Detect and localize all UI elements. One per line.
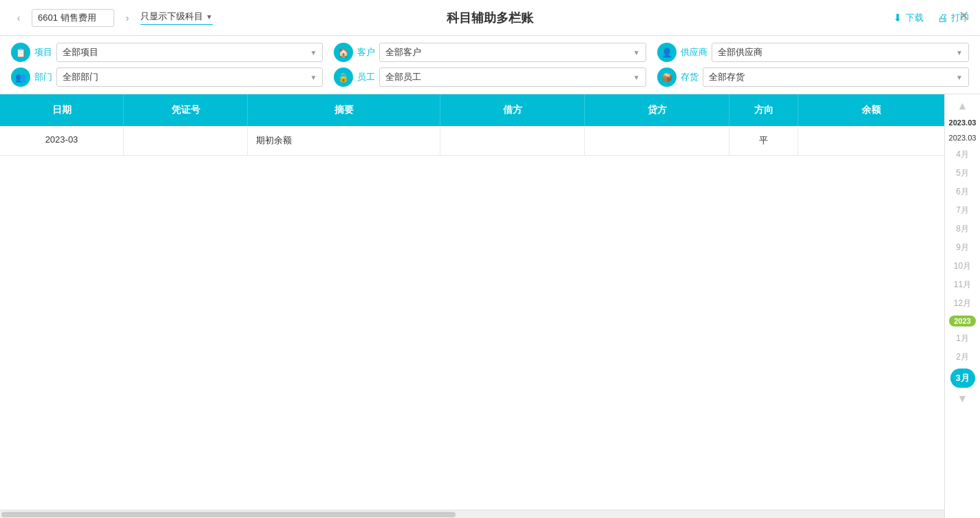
cell-debit <box>440 126 585 155</box>
timeline-month-9[interactable]: 9月 <box>945 238 980 257</box>
timeline-month-4[interactable]: 4月 <box>945 145 980 164</box>
employee-value: 全部员工 <box>385 71 421 83</box>
filter-row-2: 👥 部门 全部部门 ▼ 🔒 员工 全部员工 ▼ <box>11 68 969 87</box>
timeline-month-2[interactable]: 2月 <box>945 348 980 366</box>
title-bar: ‹ 6601 销售费用 › 只显示下级科目 ▼ 科目辅助多栏账 ⬇ 下载 🖨 打… <box>0 0 980 36</box>
timeline-month-5[interactable]: 5月 <box>945 164 980 183</box>
filter-supplier: 👤 供应商 全部供应商 ▼ <box>657 43 969 62</box>
year-badge-container: 2023 <box>945 313 980 329</box>
supplier-label: 供应商 <box>681 46 707 59</box>
print-icon: 🖨 <box>937 12 948 23</box>
timeline-sidebar: ▲ 2023.03 2023.03 4月 5月 6月 7月 8月 9月 10月 … <box>944 94 980 518</box>
employee-select[interactable]: 全部员工 ▼ <box>379 68 646 87</box>
timeline-month-8[interactable]: 8月 <box>945 220 980 238</box>
account-code: 6601 销售费用 <box>32 9 114 27</box>
timeline-month-3-active[interactable]: 3月 <box>950 369 975 388</box>
customer-label: 客户 <box>357 46 375 59</box>
filter-employee: 🔒 员工 全部员工 ▼ <box>334 68 646 87</box>
supplier-arrow: ▼ <box>956 49 963 56</box>
project-arrow: ▼ <box>310 49 317 56</box>
year-badge-2023[interactable]: 2023 <box>949 315 975 327</box>
project-icon: 📋 <box>11 43 30 62</box>
customer-icon: 🏠 <box>334 43 353 62</box>
show-sub-toggle[interactable]: 只显示下级科目 ▼ <box>140 10 213 25</box>
col-direction: 方向 <box>729 94 798 126</box>
inventory-value: 全部存货 <box>709 71 745 83</box>
horizontal-scrollbar[interactable] <box>0 510 944 518</box>
supplier-icon: 👤 <box>657 43 677 62</box>
filter-customer: 🏠 客户 全部客户 ▼ <box>334 43 646 62</box>
filters-panel: 📋 项目 全部项目 ▼ 🏠 客户 全部客户 ▼ <box>0 36 980 94</box>
filter-inventory: 📦 存货 全部存货 ▼ <box>657 68 969 87</box>
title-left: ‹ 6601 销售费用 › 只显示下级科目 ▼ <box>11 9 213 27</box>
nav-next-button[interactable]: › <box>120 10 135 25</box>
table-row: 2023-03 期初余额 平 <box>0 126 944 156</box>
cell-balance <box>798 126 944 155</box>
dept-value: 全部部门 <box>63 71 98 83</box>
col-voucher: 凭证号 <box>124 94 248 126</box>
timeline-month-10[interactable]: 10月 <box>945 257 980 276</box>
timeline-month-1[interactable]: 1月 <box>945 329 980 348</box>
cell-direction: 平 <box>729 126 798 155</box>
dept-icon: 👥 <box>11 68 30 87</box>
show-sub-label: 只显示下级科目 <box>140 10 203 23</box>
dept-label: 部门 <box>34 71 52 83</box>
inventory-select[interactable]: 全部存货 ▼ <box>703 68 969 87</box>
dept-arrow: ▼ <box>310 74 317 81</box>
customer-value: 全部客户 <box>385 46 421 59</box>
col-date: 日期 <box>0 94 124 126</box>
download-icon: ⬇ <box>893 12 902 24</box>
table-area: 日期 凭证号 摘要 借方 贷方 方向 余额 2023-03 期初余额 平 <box>0 94 944 518</box>
cell-credit <box>585 126 729 155</box>
title-right: ⬇ 下载 🖨 打印 ✕ <box>893 12 969 24</box>
inventory-icon: 📦 <box>657 68 677 87</box>
cell-summary: 期初余额 <box>248 126 440 155</box>
active-month-container: 3月 <box>945 366 980 390</box>
employee-label: 员工 <box>357 71 375 83</box>
timeline-month-12[interactable]: 12月 <box>945 294 980 313</box>
timeline-period-2[interactable]: 2023.03 <box>945 130 980 145</box>
supplier-select[interactable]: 全部供应商 ▼ <box>712 43 969 62</box>
timeline-month-7[interactable]: 7月 <box>945 201 980 220</box>
filter-dept: 👥 部门 全部部门 ▼ <box>11 68 323 87</box>
timeline-down-button[interactable]: ▼ <box>945 390 980 408</box>
inventory-label: 存货 <box>681 71 699 83</box>
col-balance: 余额 <box>798 94 944 126</box>
project-value: 全部项目 <box>63 46 98 59</box>
col-debit: 借方 <box>440 94 585 126</box>
employee-icon: 🔒 <box>334 68 353 87</box>
inventory-arrow: ▼ <box>956 74 963 81</box>
page-title: 科目辅助多栏账 <box>447 10 533 26</box>
supplier-value: 全部供应商 <box>718 46 763 59</box>
customer-select[interactable]: 全部客户 ▼ <box>379 43 646 62</box>
download-button[interactable]: ⬇ 下载 <box>893 12 924 24</box>
project-label: 项目 <box>34 46 52 59</box>
close-button[interactable]: ✕ <box>959 8 969 23</box>
download-label: 下载 <box>906 12 924 24</box>
filter-row-1: 📋 项目 全部项目 ▼ 🏠 客户 全部客户 ▼ <box>11 43 969 62</box>
filter-project: 📋 项目 全部项目 ▼ <box>11 43 323 62</box>
show-sub-arrow: ▼ <box>206 13 213 21</box>
timeline-month-11[interactable]: 11月 <box>945 276 980 294</box>
main-content: 日期 凭证号 摘要 借方 贷方 方向 余额 2023-03 期初余额 平 <box>0 94 980 518</box>
timeline-up-button[interactable]: ▲ <box>945 97 980 115</box>
cell-voucher <box>124 126 248 155</box>
main-window: ‹ 6601 销售费用 › 只显示下级科目 ▼ 科目辅助多栏账 ⬇ 下载 🖨 打… <box>0 0 980 518</box>
timeline-period-1[interactable]: 2023.03 <box>945 115 980 130</box>
scrollbar-thumb[interactable] <box>1 512 456 517</box>
employee-arrow: ▼ <box>633 74 640 81</box>
customer-arrow: ▼ <box>633 49 640 56</box>
col-credit: 贷方 <box>585 94 729 126</box>
table-header: 日期 凭证号 摘要 借方 贷方 方向 余额 <box>0 94 944 126</box>
cell-date: 2023-03 <box>0 126 124 155</box>
dept-select[interactable]: 全部部门 ▼ <box>56 68 323 87</box>
nav-prev-button[interactable]: ‹ <box>11 10 26 25</box>
project-select[interactable]: 全部项目 ▼ <box>56 43 323 62</box>
table-body: 2023-03 期初余额 平 <box>0 126 944 510</box>
col-summary: 摘要 <box>248 94 440 126</box>
timeline-month-6[interactable]: 6月 <box>945 183 980 201</box>
